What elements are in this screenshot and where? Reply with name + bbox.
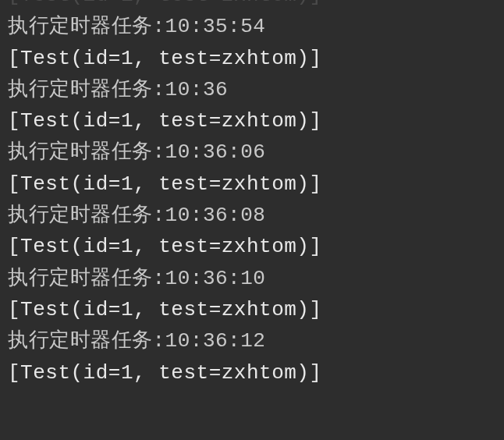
- log-line: 执行定时器任务:10:36:08: [8, 200, 496, 231]
- log-line: 执行定时器任务:10:36:10: [8, 263, 496, 294]
- log-line: [Test(id=1, test=zxhtom)]: [8, 357, 496, 389]
- log-line: [Test(id=1, test=zxhtom)]: [8, 231, 496, 262]
- console-log-container: [Test(id=1, test=zxhtom)] 执行定时器任务:10:35:…: [8, 3, 496, 389]
- log-line: [Test(id=1, test=zxhtom)]: [8, 169, 496, 200]
- log-line: 执行定时器任务:10:35:54: [8, 11, 496, 42]
- log-line: [Test(id=1, test=zxhtom)]: [8, 105, 496, 137]
- log-line: [Test(id=1, test=zxhtom)]: [8, 0, 496, 11]
- log-line: [Test(id=1, test=zxhtom)]: [8, 294, 496, 325]
- log-line: [Test(id=1, test=zxhtom)]: [8, 43, 496, 74]
- log-line: 执行定时器任务:10:36:06: [8, 137, 496, 168]
- log-line: 执行定时器任务:10:36: [8, 74, 496, 105]
- log-line: 执行定时器任务:10:36:12: [8, 325, 496, 357]
